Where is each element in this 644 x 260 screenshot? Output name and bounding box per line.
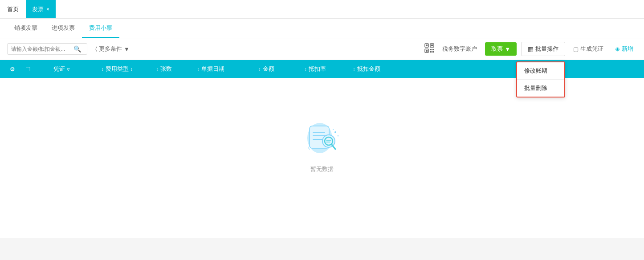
th-amount-label: 金额: [263, 65, 274, 73]
top-nav: 首页 发票 ×: [0, 0, 644, 19]
filter-icon: 〈: [95, 45, 97, 53]
sort-count-icon[interactable]: ↕: [156, 67, 159, 72]
sort-down-icon[interactable]: ↕: [130, 67, 133, 72]
batch-dropdown-menu: 修改账期 批量删除: [516, 61, 565, 98]
th-rate-label: 抵扣率: [309, 65, 326, 73]
th-voucher: 凭证 ▿: [35, 65, 88, 73]
svg-rect-8: [430, 51, 432, 53]
sub-tabs: 销项发票 进项发票 费用小票: [0, 19, 644, 38]
svg-point-20: [334, 131, 336, 133]
generate-voucher-button[interactable]: ▢ 生成凭证: [570, 43, 607, 55]
svg-point-22: [333, 129, 334, 130]
take-ticket-button[interactable]: 取票 ▼: [485, 42, 517, 56]
filter-label: 更多条件: [99, 45, 122, 53]
sub-tab-expense[interactable]: 费用小票: [82, 19, 119, 38]
batch-operation-button[interactable]: ▦ 批量操作: [521, 42, 565, 56]
sub-tab-sales[interactable]: 销项发票: [7, 19, 45, 38]
sort-date-icon[interactable]: ↕: [197, 67, 200, 72]
take-ticket-label: 取票: [491, 45, 503, 53]
sort-rate-icon[interactable]: ↕: [305, 67, 307, 72]
sub-tab-purchase[interactable]: 进项发票: [45, 19, 82, 38]
toolbar-left: 🔍 〈 更多条件 ▼: [7, 43, 133, 55]
sort-amount-icon[interactable]: ↕: [259, 67, 261, 72]
th-rate: ↕ 抵扣率: [293, 65, 338, 73]
add-icon: ⊕: [615, 46, 620, 53]
search-icon[interactable]: 🔍: [73, 45, 81, 53]
filter-chevron-icon: ▼: [124, 46, 130, 53]
nav-tab-invoice[interactable]: 发票 ×: [26, 0, 56, 18]
th-count-label: 张数: [160, 65, 172, 73]
generate-icon: ▢: [573, 46, 579, 53]
toolbar: 🔍 〈 更多条件 ▼ 税务数字账户 取票: [0, 38, 644, 60]
th-deduct-label: 抵扣金额: [357, 65, 380, 73]
svg-rect-9: [432, 51, 434, 53]
th-voucher-filter-icon[interactable]: ▿: [67, 66, 70, 73]
settings-icon[interactable]: ⚙: [10, 66, 15, 73]
svg-rect-5: [426, 50, 428, 52]
add-label: 新增: [622, 45, 633, 53]
svg-point-21: [338, 135, 339, 137]
generate-label: 生成凭证: [580, 45, 603, 53]
svg-rect-3: [431, 45, 433, 46]
search-input[interactable]: [11, 46, 73, 52]
take-ticket-drop-icon: ▼: [505, 46, 510, 53]
dropdown-item-modify-period[interactable]: 修改账期: [517, 62, 564, 80]
add-button[interactable]: ⊕ 新增: [611, 43, 637, 55]
empty-text: 暂无数据: [310, 165, 334, 173]
th-checkbox[interactable]: ☐: [21, 66, 35, 73]
th-count: ↕ 张数: [146, 65, 182, 73]
th-deduct: ↕ 抵扣金额: [338, 65, 395, 73]
th-amount: ↕ 金额: [240, 65, 293, 73]
batch-btn-wrap: ▦ 批量操作 修改账期 批量删除: [521, 42, 565, 56]
th-date-label: 单据日期: [201, 65, 224, 73]
nav-home[interactable]: 首页: [0, 0, 26, 18]
th-expense-label: 费用类型: [106, 65, 129, 73]
nav-tab-close[interactable]: ×: [46, 6, 49, 12]
th-voucher-label: 凭证: [53, 65, 65, 73]
sort-up-icon[interactable]: ↕: [102, 67, 104, 72]
checkbox-icon[interactable]: ☐: [25, 66, 31, 73]
svg-rect-1: [426, 45, 428, 46]
svg-rect-7: [432, 49, 434, 50]
th-expense: ↕ 费用类型 ↕: [88, 65, 146, 73]
search-input-wrap: 🔍: [7, 43, 87, 55]
empty-illustration: [300, 114, 344, 158]
filter-button[interactable]: 〈 更多条件 ▼: [92, 43, 133, 55]
nav-tab-label: 发票: [32, 5, 44, 13]
dropdown-item-batch-delete[interactable]: 批量删除: [517, 80, 564, 97]
th-date: ↕ 单据日期: [182, 65, 240, 73]
qr-icon[interactable]: [424, 43, 434, 55]
batch-label: 批量操作: [535, 45, 558, 53]
batch-icon: ▦: [528, 45, 534, 53]
sort-deduct-icon[interactable]: ↕: [353, 67, 355, 72]
th-settings[interactable]: ⚙: [4, 66, 21, 73]
toolbar-right: 税务数字账户 取票 ▼ ▦ 批量操作 修改账期 批量删除 ▢ 生成凭证 ⊕ 新增: [424, 42, 637, 56]
tax-digital-account-button[interactable]: 税务数字账户: [439, 43, 481, 55]
svg-rect-6: [430, 49, 432, 50]
